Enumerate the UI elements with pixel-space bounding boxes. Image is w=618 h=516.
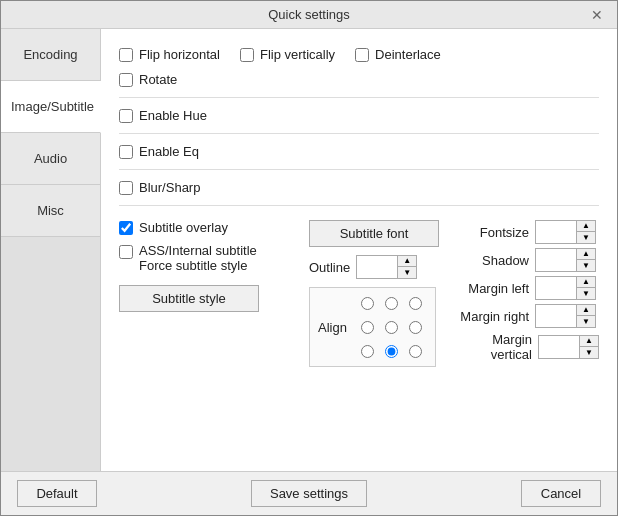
quick-settings-window: Quick settings ✕ Encoding Image/Subtitle… bbox=[0, 0, 618, 516]
save-settings-button[interactable]: Save settings bbox=[251, 480, 367, 507]
sidebar: Encoding Image/Subtitle Audio Misc bbox=[1, 29, 101, 471]
enable-hue-label[interactable]: Enable Hue bbox=[119, 108, 207, 123]
align-radio-mc[interactable] bbox=[385, 321, 398, 334]
shadow-spinbox-btns: ▲ ▼ bbox=[576, 249, 595, 271]
fontsize-value[interactable]: 22 bbox=[536, 223, 576, 242]
flip-vertically-label[interactable]: Flip vertically bbox=[240, 47, 335, 62]
row-rotate: Rotate bbox=[119, 72, 599, 87]
align-cell-mr bbox=[405, 316, 427, 338]
subtitle-overlay-label[interactable]: Subtitle overlay bbox=[119, 220, 279, 235]
fontsize-spinbox-btns: ▲ ▼ bbox=[576, 221, 595, 243]
right-panel: Fontsize 22 ▲ ▼ Shadow bbox=[449, 220, 599, 362]
fontsize-row: Fontsize 22 ▲ ▼ bbox=[449, 220, 599, 244]
main-content: Encoding Image/Subtitle Audio Misc Flip … bbox=[1, 29, 617, 471]
shadow-down-btn[interactable]: ▼ bbox=[577, 260, 595, 271]
align-radio-tl[interactable] bbox=[361, 297, 374, 310]
margin-left-value[interactable]: 10 bbox=[536, 279, 576, 298]
margin-vertical-row: Margin vertical 20 ▲ ▼ bbox=[449, 332, 599, 362]
sidebar-item-encoding[interactable]: Encoding bbox=[1, 29, 100, 81]
enable-hue-checkbox[interactable] bbox=[119, 109, 133, 123]
align-cell-bc bbox=[381, 340, 403, 362]
margin-left-down-btn[interactable]: ▼ bbox=[577, 288, 595, 299]
margin-vertical-down-btn[interactable]: ▼ bbox=[580, 347, 598, 358]
outline-row: Outline 1.5 ▲ ▼ bbox=[309, 255, 417, 279]
blur-sharp-label[interactable]: Blur/Sharp bbox=[119, 180, 200, 195]
divider-3 bbox=[119, 169, 599, 170]
align-radio-tr[interactable] bbox=[409, 297, 422, 310]
shadow-value[interactable]: 2.0 bbox=[536, 251, 576, 270]
rotate-checkbox[interactable] bbox=[119, 73, 133, 87]
subtitle-main-row: Subtitle overlay ASS/Internal subtitle F… bbox=[119, 220, 599, 367]
row-enable-eq: Enable Eq bbox=[119, 144, 599, 159]
align-cell-bl bbox=[357, 340, 379, 362]
margin-vertical-value[interactable]: 20 bbox=[539, 338, 579, 357]
align-cell-tc bbox=[381, 292, 403, 314]
align-container: Align bbox=[309, 287, 436, 367]
enable-eq-label[interactable]: Enable Eq bbox=[119, 144, 199, 159]
deinterlace-label[interactable]: Deinterlace bbox=[355, 47, 441, 62]
align-cell-br bbox=[405, 340, 427, 362]
margin-left-spinbox-btns: ▲ ▼ bbox=[576, 277, 595, 299]
align-grid bbox=[357, 292, 427, 362]
outline-value[interactable]: 1.5 bbox=[357, 258, 397, 277]
shadow-up-btn[interactable]: ▲ bbox=[577, 249, 595, 260]
row-blur-sharp: Blur/Sharp bbox=[119, 180, 599, 195]
outline-spinbox: 1.5 ▲ ▼ bbox=[356, 255, 417, 279]
margin-vertical-up-btn[interactable]: ▲ bbox=[580, 336, 598, 347]
margin-right-spinbox-btns: ▲ ▼ bbox=[576, 305, 595, 327]
main-panel: Flip horizontal Flip vertically Deinterl… bbox=[101, 29, 617, 471]
title-bar: Quick settings ✕ bbox=[1, 1, 617, 29]
align-radio-mr[interactable] bbox=[409, 321, 422, 334]
divider-2 bbox=[119, 133, 599, 134]
close-button[interactable]: ✕ bbox=[587, 7, 607, 23]
subtitle-left-col: Subtitle overlay ASS/Internal subtitle F… bbox=[119, 220, 299, 312]
margin-right-row: Margin right 10 ▲ ▼ bbox=[449, 304, 599, 328]
align-cell-tr bbox=[405, 292, 427, 314]
subtitle-section: Subtitle overlay ASS/Internal subtitle F… bbox=[119, 216, 599, 367]
blur-sharp-checkbox[interactable] bbox=[119, 181, 133, 195]
align-radio-bc[interactable] bbox=[385, 345, 398, 358]
margin-vertical-spinbox-btns: ▲ ▼ bbox=[579, 336, 598, 358]
align-cell-mc bbox=[381, 316, 403, 338]
align-radio-tc[interactable] bbox=[385, 297, 398, 310]
align-radio-br[interactable] bbox=[409, 345, 422, 358]
sidebar-item-audio[interactable]: Audio bbox=[1, 133, 100, 185]
deinterlace-checkbox[interactable] bbox=[355, 48, 369, 62]
align-radio-ml[interactable] bbox=[361, 321, 374, 334]
footer: Default Save settings Cancel bbox=[1, 471, 617, 515]
fontsize-up-btn[interactable]: ▲ bbox=[577, 221, 595, 232]
flip-horizontal-checkbox[interactable] bbox=[119, 48, 133, 62]
flip-horizontal-label[interactable]: Flip horizontal bbox=[119, 47, 220, 62]
sidebar-item-image-subtitle[interactable]: Image/Subtitle bbox=[1, 81, 101, 133]
sidebar-item-misc[interactable]: Misc bbox=[1, 185, 100, 237]
subtitle-middle-col: Subtitle font Outline 1.5 ▲ ▼ bbox=[309, 220, 439, 367]
margin-right-up-btn[interactable]: ▲ bbox=[577, 305, 595, 316]
row-flip: Flip horizontal Flip vertically Deinterl… bbox=[119, 47, 599, 62]
margin-right-down-btn[interactable]: ▼ bbox=[577, 316, 595, 327]
outline-down-btn[interactable]: ▼ bbox=[398, 267, 416, 278]
cancel-button[interactable]: Cancel bbox=[521, 480, 601, 507]
outline-up-btn[interactable]: ▲ bbox=[398, 256, 416, 267]
window-title: Quick settings bbox=[31, 7, 587, 22]
shadow-row: Shadow 2.0 ▲ ▼ bbox=[449, 248, 599, 272]
margin-left-spinbox: 10 ▲ ▼ bbox=[535, 276, 596, 300]
divider-4 bbox=[119, 205, 599, 206]
subtitle-font-button[interactable]: Subtitle font bbox=[309, 220, 439, 247]
default-button[interactable]: Default bbox=[17, 480, 97, 507]
ass-subtitle-label[interactable]: ASS/Internal subtitle Force subtitle sty… bbox=[119, 243, 279, 273]
flip-vertically-checkbox[interactable] bbox=[240, 48, 254, 62]
fontsize-down-btn[interactable]: ▼ bbox=[577, 232, 595, 243]
subtitle-style-button[interactable]: Subtitle style bbox=[119, 285, 259, 312]
align-cell-ml bbox=[357, 316, 379, 338]
align-cell-tl bbox=[357, 292, 379, 314]
margin-left-row: Margin left 10 ▲ ▼ bbox=[449, 276, 599, 300]
rotate-label[interactable]: Rotate bbox=[119, 72, 177, 87]
subtitle-overlay-checkbox[interactable] bbox=[119, 221, 133, 235]
margin-right-value[interactable]: 10 bbox=[536, 307, 576, 326]
fontsize-spinbox: 22 ▲ ▼ bbox=[535, 220, 596, 244]
align-radio-bl[interactable] bbox=[361, 345, 374, 358]
outline-spinbox-btns: ▲ ▼ bbox=[397, 256, 416, 278]
enable-eq-checkbox[interactable] bbox=[119, 145, 133, 159]
ass-subtitle-checkbox[interactable] bbox=[119, 245, 133, 259]
margin-left-up-btn[interactable]: ▲ bbox=[577, 277, 595, 288]
